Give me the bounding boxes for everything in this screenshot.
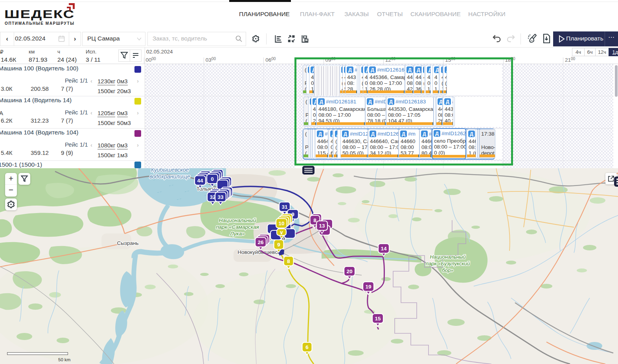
svg-text:Сызрань: Сызрань — [117, 240, 138, 246]
svg-text:парк «Самарская: парк «Самарская — [216, 224, 259, 230]
svg-text:19: 19 — [365, 284, 371, 290]
svg-text:14: 14 — [381, 246, 387, 252]
svg-text:9: 9 — [277, 242, 280, 248]
svg-text:33: 33 — [217, 194, 224, 200]
svg-text:8: 8 — [313, 217, 316, 223]
svg-text:Куйбышевское: Куйбышевское — [151, 168, 189, 173]
svg-text:водохранилище: водохранилище — [149, 173, 190, 180]
svg-text:20: 20 — [346, 268, 352, 274]
svg-text:∨: ∨ — [280, 230, 283, 235]
svg-text:10: 10 — [278, 221, 284, 226]
svg-text:8: 8 — [287, 258, 290, 264]
svg-text:0: 0 — [211, 176, 214, 182]
svg-text:Лука»: Лука» — [230, 231, 245, 237]
svg-text:6: 6 — [305, 344, 309, 350]
svg-text:бор»: бор» — [442, 267, 453, 273]
svg-text:15: 15 — [375, 316, 381, 322]
svg-text:13: 13 — [319, 223, 325, 229]
svg-text:Национальный: Национальный — [219, 217, 256, 223]
svg-text:31: 31 — [281, 204, 288, 210]
svg-text:Национальный: Национальный — [430, 254, 466, 260]
svg-text:парк «Бузулукский: парк «Бузулукский — [426, 261, 470, 267]
svg-text:44: 44 — [197, 178, 203, 184]
svg-text:26: 26 — [258, 239, 264, 245]
svg-text:Новокуйбышевск: Новокуйбышевск — [237, 249, 280, 255]
